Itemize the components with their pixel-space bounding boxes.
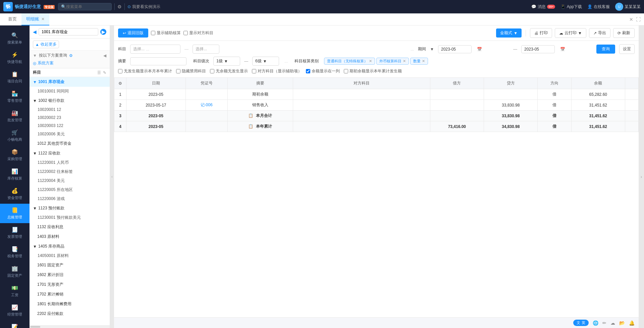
lang-switch-btn[interactable]: 文 英 [573,320,589,326]
query-btn[interactable]: 查询 [596,45,615,54]
account-item-10020002[interactable]: 10020002 23 [30,114,110,122]
account-item-1702[interactable]: ▶ 1702 累计摊销 [30,289,110,299]
tab-detail[interactable]: 明细账 ✕ [21,13,49,25]
tree-scrollbar[interactable] [30,325,110,328]
cb-balance-single[interactable]: 余额显示在一列 [306,68,340,74]
voucher-link[interactable]: 记-006 [201,103,213,107]
account-item-1403[interactable]: ▶ 1403 原材料 [30,232,110,242]
expand-more-btn[interactable]: ▲ 收起更多 [33,41,59,48]
tag-close-icon3[interactable]: ✕ [422,59,425,63]
demo-link[interactable]: ⊙ 我要看实例演示 [127,4,160,10]
account-item-1012[interactable]: ▶ 1012 其他货币资金 [30,139,110,148]
summary-input[interactable] [130,57,186,65]
search-input[interactable] [66,4,106,9]
show-opposite-checkbox[interactable]: 显示对方科目 [183,30,213,36]
sidebar-item-project[interactable]: 📋 项目合同 [0,68,30,87]
account-item-10020001[interactable]: 10020001 12 [30,106,110,114]
return-old-btn[interactable]: ↩ 退回旧版 [118,28,148,38]
sidebar-item-wholesale[interactable]: 🏭 批发管理 [0,107,30,126]
collapse-query-icon[interactable]: ◀ [103,53,106,58]
account-item-1601[interactable]: ▶ 1601 固定资产 [30,260,110,270]
period-start-input[interactable]: 2023-05 [438,45,472,53]
calendar-icon1[interactable]: 📅 [476,46,509,53]
account-search-input[interactable] [39,28,98,36]
col-settings[interactable]: ⚙ [114,78,126,89]
close-tab-icon[interactable]: ✕ [41,17,45,21]
show-aux-checkbox[interactable]: 显示辅助核算 [151,30,181,36]
settings-btn[interactable]: 设置 [619,44,635,54]
print-btn[interactable]: 🖨 打印 [530,28,552,38]
period-dropdown-icon[interactable]: ▼ [430,47,434,52]
sidebar-item-ledger[interactable]: 📒 总账管理 [0,204,30,223]
cb-no-amount[interactable]: 无发生额显示本月本年累计 [118,68,172,74]
sidebar-item-assets[interactable]: 🏢 固定资产 [0,262,30,281]
tab-home[interactable]: 首页 [3,13,21,25]
subject-select2[interactable]: 选择... [193,45,219,54]
collapse-handle[interactable]: ‹ [110,25,114,328]
sidebar-item-sales-report[interactable]: 📝 小畅报销 [0,320,30,328]
tab-close-all-icon[interactable]: ✕ [629,17,633,22]
gear-icon[interactable]: ⚙ [117,4,122,9]
online-service-btn[interactable]: 👤 在线客服 [587,4,610,10]
message-btn[interactable]: 💬 消息 99+ [531,4,555,10]
search-box[interactable]: 🔍 [58,3,112,10]
format-btn[interactable]: 金额式 ▼ [496,28,522,38]
forward-icon[interactable]: ▶ [100,29,106,35]
sidebar-item-salary[interactable]: 💵 工资 [0,281,30,301]
cell-voucher[interactable]: 记-006 [185,100,227,111]
level-end-select[interactable]: 6级 ▼ [252,57,279,66]
account-item-1801[interactable]: ▶ 1801 长期待摊费用 [30,299,110,309]
account-item-1405[interactable]: ▼ 1405 库存商品 [30,242,110,251]
sidebar-item-retail[interactable]: 🏪 零售管理 [0,87,30,107]
refresh-btn[interactable]: ⟳ 刷新 [613,28,635,38]
sidebar-item-tax[interactable]: 📑 税务管理 [0,243,30,262]
account-item-1701[interactable]: ▶ 1701 无形资产 [30,280,110,289]
calendar-icon2[interactable]: 📅 [559,46,592,53]
account-item-11230001[interactable]: 11230001 预付账款美元 [30,213,110,222]
edit-bottom-icon[interactable]: ✏ [602,320,606,326]
back-icon[interactable]: ◀ [33,29,37,35]
sidebar-item-inventory[interactable]: 📊 库存核算 [0,165,30,184]
sidebar-item-ecommerce[interactable]: 🛒 小畅电商 [0,126,30,145]
user-avatar[interactable]: U 某某某某 [615,3,641,11]
right-collapse-handle[interactable]: › [639,25,644,328]
sidebar-item-operations[interactable]: 📈 经营管理 [0,301,30,320]
folder-icon[interactable]: 📂 [619,320,625,326]
cloud-bottom-icon[interactable]: ☁ [610,320,615,326]
level-start-select[interactable]: 1级 ▼ [213,57,240,66]
account-item-11220004[interactable]: 11220004 美元 [30,176,110,185]
sidebar-item-search[interactable]: 🔍 搜索菜单 [0,29,30,48]
bell-icon[interactable]: 🔔 [629,320,635,326]
account-item-11220002[interactable]: 11220002 往来标签 [30,167,110,176]
account-item-2202[interactable]: ▶ 2202 应付账款 [30,309,110,319]
edit-icon[interactable]: ✎ [103,70,106,75]
account-item-10020003[interactable]: 10020003 122 [30,122,110,130]
subject-select[interactable]: 选择... ... [130,45,180,54]
sidebar-item-finance[interactable]: 💰 资金管理 [0,184,30,204]
tab-expand-icon[interactable]: ⛶ [636,17,641,22]
settings-icon2[interactable]: ⚙ [69,53,73,58]
account-item-1602[interactable]: ▶ 1602 累计折旧 [30,270,110,280]
account-item-1132[interactable]: ▶ 1132 应收利息 [30,222,110,232]
tag-close-icon2[interactable]: ✕ [403,59,406,63]
account-item-10020006[interactable]: 10020006 美元 [30,130,110,139]
account-item-1123[interactable]: ▼ 1123 预付账款 [30,203,110,213]
tag-close-icon[interactable]: ✕ [369,59,372,63]
sidebar-item-purchase[interactable]: 📦 采购管理 [0,145,30,165]
app-download-btn[interactable]: 📱 App下载 [560,4,582,10]
account-item-11220006[interactable]: 11220006 游戏 [30,194,110,203]
account-item-10010001[interactable]: 10010001 同同同 [30,87,110,96]
account-item-11220005[interactable]: 11220005 所在地区 [30,185,110,194]
export-btn[interactable]: ↗ 导出 [589,28,610,38]
cb-hide-disabled[interactable]: 隐藏禁用科目 [176,68,206,74]
cb-no-balance[interactable]: 无余额无发生显示 [210,68,248,74]
period-end-input[interactable]: 2023-05 [521,45,555,53]
cb-opposite-subject[interactable]: 对方科目（显示辅助项） [252,68,302,74]
sidebar-item-quicknav[interactable]: ⚡ 快捷导航 [0,48,30,68]
account-item-1002[interactable]: ▼ 1002 银行存款 [30,96,110,106]
cb-initial-balance[interactable]: 期初余额显示本年累计发生额 [344,68,402,74]
account-item-1122[interactable]: ▼ 1122 应收款 [30,148,110,158]
globe-icon[interactable]: 🌐 [593,320,598,326]
account-item-14050001[interactable]: 14050001 原材料 [30,251,110,260]
sidebar-item-invoice[interactable]: 🧾 发票管理 [0,223,30,243]
